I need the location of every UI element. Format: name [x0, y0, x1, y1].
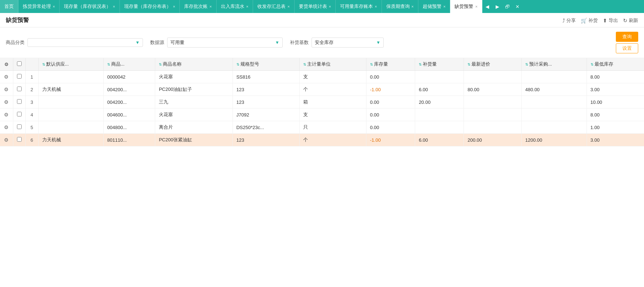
row-gear-cell: ⚙ [0, 83, 13, 96]
tab-inventory-dist[interactable]: 现存量（库存分布表） × [120, 0, 180, 13]
row-gear-icon[interactable]: ⚙ [4, 137, 9, 143]
tab-expiry-query[interactable]: 保质期查询 × [382, 0, 418, 13]
row-checkbox[interactable] [17, 99, 22, 104]
tab-inventory-status[interactable]: 现存量（库存状况表） × [60, 0, 119, 13]
row-checkbox-cell[interactable] [13, 71, 25, 83]
settings-button[interactable]: 设置 [616, 43, 638, 53]
row-product-code: 004200... [103, 83, 155, 96]
filter-group-datasource: 数据源 可用量 ▼ [150, 37, 283, 48]
row-estimated-purchase: 480.00 [522, 83, 587, 96]
sort-icon-supplier: ⇅ [42, 62, 45, 66]
export-button[interactable]: ⬆ 导出 [603, 17, 618, 24]
row-checkbox[interactable] [17, 137, 22, 142]
row-default-supplier [38, 109, 103, 121]
close-tab-batch-account[interactable]: × [209, 4, 212, 9]
col-min-stock[interactable]: ⇅ 最低库存 [587, 58, 644, 71]
share-button[interactable]: ⤴ 分享 [562, 17, 576, 24]
filter-bar: 商品分类 ▼ 数据源 可用量 ▼ 补货基数 安全库存 ▼ 查询 设置 [0, 27, 644, 58]
datasource-select[interactable]: 可用量 ▼ [167, 37, 283, 48]
row-checkbox-cell[interactable] [13, 109, 25, 121]
row-spec: SS816 [232, 71, 300, 83]
restock-base-select[interactable]: 安全库存 ▼ [312, 37, 384, 48]
row-latest-price [464, 71, 522, 83]
close-tab-inventory-status[interactable]: × [113, 4, 115, 9]
row-gear-icon[interactable]: ⚙ [4, 124, 9, 130]
tab-available-ledger[interactable]: 可用量库存账本 × [336, 0, 382, 13]
tab-close-btn[interactable]: ✕ [513, 0, 523, 13]
row-checkbox-cell[interactable] [13, 134, 25, 146]
row-gear-icon[interactable]: ⚙ [4, 87, 9, 92]
row-gear-icon[interactable]: ⚙ [4, 112, 9, 118]
row-latest-price: 200.00 [464, 134, 522, 146]
col-latest-price[interactable]: ⇅ 最新进价 [464, 58, 522, 71]
close-tab-exception[interactable]: × [53, 4, 55, 9]
row-number: 5 [25, 121, 38, 134]
refresh-button[interactable]: ↻ 刷新 [623, 17, 638, 24]
tab-nav-prev[interactable]: ◀ [482, 0, 492, 13]
close-tab-inventory-dist[interactable]: × [173, 4, 175, 9]
close-tab-inout-flow[interactable]: × [246, 4, 248, 9]
col-row-num [25, 58, 38, 71]
row-min-stock: 8.00 [587, 71, 644, 83]
tab-order-stats[interactable]: 要货单统计表 × [295, 0, 336, 13]
query-button[interactable]: 查询 [616, 32, 638, 42]
row-gear-icon[interactable]: ⚙ [4, 99, 9, 105]
col-default-supplier[interactable]: ⇅ 默认供应... [38, 58, 103, 71]
row-gear-icon[interactable]: ⚙ [4, 74, 9, 80]
select-all-checkbox[interactable] [17, 61, 22, 66]
tab-batch-account[interactable]: 库存批次账 × [180, 0, 216, 13]
col-estimated-purchase[interactable]: ⇅ 预计采购... [522, 58, 587, 71]
close-tab-expiry-query[interactable]: × [412, 4, 414, 9]
header-actions: ⤴ 分享 🛒 补货 ⬆ 导出 ↻ 刷新 [562, 17, 638, 24]
category-dropdown-arrow: ▼ [135, 40, 140, 45]
datasource-dropdown-arrow: ▼ [275, 40, 279, 45]
row-checkbox-cell[interactable] [13, 83, 25, 96]
col-restock-qty[interactable]: ⇅ 补货量 [415, 58, 464, 71]
category-select[interactable]: ▼ [27, 38, 143, 47]
row-checkbox[interactable] [17, 112, 22, 116]
row-checkbox-cell[interactable] [13, 121, 25, 134]
row-restock-qty: 6.00 [415, 83, 464, 96]
row-latest-price [464, 96, 522, 109]
table-row: ⚙ 2 力天机械 004200... PC200油缸缸子 123 个 -1.00… [0, 83, 644, 96]
col-product-code[interactable]: ⇅ 商品... [103, 58, 155, 71]
page-header: 缺货预警 ⤴ 分享 🛒 补货 ⬆ 导出 ↻ 刷新 [0, 13, 644, 27]
tab-nav-next[interactable]: ▶ [492, 0, 502, 13]
col-gear[interactable]: ⚙ [0, 58, 13, 71]
row-checkbox-cell[interactable] [13, 96, 25, 109]
row-checkbox[interactable] [17, 124, 22, 129]
row-latest-price: 80.00 [464, 83, 522, 96]
close-tab-shortage[interactable]: × [475, 4, 477, 9]
restock-base-dropdown-arrow: ▼ [376, 40, 380, 45]
tab-overstock[interactable]: 超储预警 × [418, 0, 450, 13]
tab-home[interactable]: 首页 [0, 0, 18, 13]
close-tab-available-ledger[interactable]: × [375, 4, 377, 9]
filter-group-category: 商品分类 ▼ [6, 38, 143, 47]
restock-button[interactable]: 🛒 补货 [581, 17, 598, 24]
close-tab-order-stats[interactable]: × [329, 4, 331, 9]
sort-icon-min-stock: ⇅ [591, 62, 593, 66]
row-unit: 个 [300, 134, 366, 146]
row-checkbox[interactable] [17, 87, 22, 91]
tab-receipt-summary[interactable]: 收发存汇总表 × [253, 0, 294, 13]
table-header: ⚙ ⇅ 默认供应... ⇅ 商 [0, 58, 644, 71]
row-stock-qty: -1.00 [366, 134, 415, 146]
tab-exception[interactable]: 拣货异常处理 × [18, 0, 60, 13]
row-checkbox[interactable] [17, 74, 22, 79]
row-restock-qty [415, 71, 464, 83]
col-unit[interactable]: ⇅ 主计量单位 [300, 58, 366, 71]
row-min-stock: 10.00 [587, 96, 644, 109]
row-default-supplier [38, 96, 103, 109]
tab-restore-btn[interactable]: 🗗 [502, 0, 513, 13]
tab-shortage[interactable]: 缺货预警 × [450, 0, 482, 13]
tab-inout-flow[interactable]: 出入库流水 × [217, 0, 253, 13]
close-tab-overstock[interactable]: × [443, 4, 445, 9]
row-gear-cell: ⚙ [0, 96, 13, 109]
close-tab-receipt-summary[interactable]: × [287, 4, 290, 9]
col-stock-qty[interactable]: ⇅ 库存量 [366, 58, 415, 71]
restock-icon: 🛒 [581, 18, 587, 23]
col-product-name[interactable]: ⇅ 商品名称 [155, 58, 233, 71]
col-checkbox[interactable] [13, 58, 25, 71]
col-spec[interactable]: ⇅ 规格型号 [232, 58, 300, 71]
tab-bar: 首页 拣货异常处理 × 现存量（库存状况表） × 现存量（库存分布表） × 库存… [0, 0, 644, 13]
